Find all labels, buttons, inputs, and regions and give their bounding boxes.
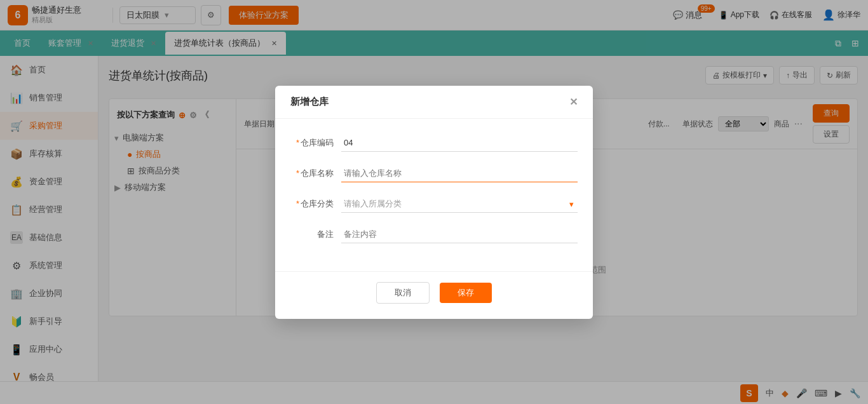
new-warehouse-modal: 新增仓库 ✕ 仓库编码 仓库名称 仓库分类 请输入所属分类 ▾	[275, 86, 593, 319]
warehouse-code-input[interactable]	[341, 134, 578, 152]
modal-footer: 取消 保存	[275, 271, 593, 319]
form-row-name: 仓库名称	[290, 165, 578, 182]
name-label: 仓库名称	[290, 168, 341, 179]
modal-body: 仓库编码 仓库名称 仓库分类 请输入所属分类 ▾ 备注	[275, 119, 593, 271]
remark-label: 备注	[290, 229, 341, 240]
category-label: 仓库分类	[290, 198, 341, 210]
modal-overlay[interactable]: 新增仓库 ✕ 仓库编码 仓库名称 仓库分类 请输入所属分类 ▾	[0, 0, 868, 404]
modal-header: 新增仓库 ✕	[275, 86, 593, 119]
code-label: 仓库编码	[290, 137, 341, 149]
save-button[interactable]: 保存	[440, 283, 492, 303]
category-select-wrap: 请输入所属分类 ▾	[341, 195, 578, 213]
form-row-code: 仓库编码	[290, 134, 578, 152]
remark-input[interactable]	[341, 226, 578, 243]
category-select[interactable]: 请输入所属分类	[341, 195, 578, 213]
form-row-remark: 备注	[290, 226, 578, 243]
form-row-category: 仓库分类 请输入所属分类 ▾	[290, 195, 578, 213]
modal-close-button[interactable]: ✕	[569, 96, 578, 108]
cancel-button[interactable]: 取消	[376, 282, 430, 304]
modal-title: 新增仓库	[290, 96, 329, 108]
warehouse-name-input[interactable]	[341, 165, 578, 182]
